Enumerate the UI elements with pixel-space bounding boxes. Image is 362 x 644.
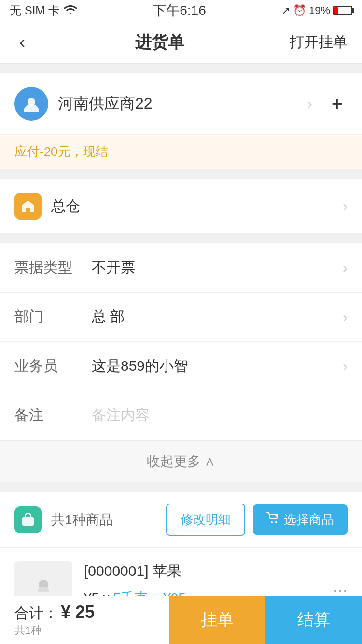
wifi-icon [64, 4, 77, 17]
status-time: 下午6:16 [153, 1, 206, 20]
invoice-type-value: 不开票 [82, 258, 343, 278]
department-label: 部门 [14, 307, 82, 327]
supplier-chevron-icon: › [307, 96, 312, 112]
footer-total-section: 合计： ¥ 25 共1种 [0, 596, 169, 644]
battery-percent: 19% [309, 4, 330, 17]
warehouse-chevron-icon: › [343, 198, 348, 214]
svg-rect-1 [26, 208, 30, 212]
supplier-right: › + [307, 93, 348, 115]
warehouse-row[interactable]: 总仓 › [0, 179, 362, 234]
nav-bar: ‹ 进货单 打开挂单 [0, 21, 362, 64]
page-title: 进货单 [135, 31, 184, 54]
product-title-text: 苹果 [153, 563, 181, 579]
product-name: [0000001] 苹果 [84, 561, 321, 581]
warehouse-section: 总仓 › [0, 179, 362, 234]
invoice-chevron-icon: › [343, 260, 348, 276]
select-product-button[interactable]: 选择商品 [253, 504, 348, 535]
select-product-label: 选择商品 [284, 511, 334, 528]
supplier-row[interactable]: 河南供应商22 › + [0, 73, 362, 135]
alarm-icon: ⏰ [293, 4, 306, 17]
total-sub: 共1种 [14, 623, 169, 638]
remark-label: 备注 [14, 406, 82, 425]
status-right: ↗ ⏰ 19% [281, 4, 352, 17]
total-amount: ¥ 25 [61, 602, 95, 622]
supplier-name: 河南供应商22 [58, 93, 307, 114]
invoice-type-label: 票据类型 [14, 258, 82, 278]
open-pending-button[interactable]: 打开挂单 [290, 32, 348, 52]
cart-icon [266, 512, 280, 527]
status-bar: 无 SIM 卡 下午6:16 ↗ ⏰ 19% [0, 0, 362, 21]
form-section: 票据类型 不开票 › 部门 总 部 › 业务员 这是859的小智 › 备注 备注… [0, 243, 362, 440]
supplier-section: 河南供应商22 › + 应付-20元，现结 [0, 73, 362, 169]
back-button[interactable]: ‹ [14, 28, 30, 57]
divider-2 [0, 169, 362, 179]
department-chevron-icon: › [343, 309, 348, 325]
carrier-text: 无 SIM 卡 [10, 3, 60, 18]
department-value: 总 部 [82, 307, 343, 327]
product-header: 共1种商品 修改明细 选择商品 [0, 492, 362, 548]
salesperson-label: 业务员 [14, 356, 82, 376]
location-icon: ↗ [281, 4, 290, 17]
svg-rect-2 [22, 517, 34, 526]
battery-icon [333, 6, 352, 15]
collapse-bar[interactable]: 收起更多 ∧ [0, 440, 362, 482]
product-count-label: 共1种商品 [51, 511, 166, 529]
divider-1 [0, 64, 362, 73]
hang-button[interactable]: 挂单 [169, 596, 265, 644]
product-section-icon [14, 506, 42, 533]
divider-3 [0, 234, 362, 243]
add-supplier-button[interactable]: + [327, 93, 348, 115]
remark-row[interactable]: 备注 备注内容 [0, 391, 362, 440]
remark-value[interactable]: 备注内容 [82, 406, 348, 425]
settle-button[interactable]: 结算 [265, 596, 362, 644]
product-code: [0000001] [84, 563, 148, 579]
supplier-avatar [14, 87, 48, 121]
svg-point-4 [275, 521, 277, 523]
invoice-type-row[interactable]: 票据类型 不开票 › [0, 243, 362, 293]
edit-detail-button[interactable]: 修改明细 [166, 504, 245, 536]
total-label: 合计： [14, 603, 58, 623]
warehouse-name: 总仓 [51, 196, 343, 216]
payable-notice: 应付-20元，现结 [0, 135, 362, 169]
salesperson-value: 这是859的小智 [82, 356, 343, 376]
department-row[interactable]: 部门 总 部 › [0, 293, 362, 342]
status-left: 无 SIM 卡 [10, 3, 77, 18]
divider-4 [0, 482, 362, 492]
svg-point-3 [271, 521, 273, 523]
salesperson-row[interactable]: 业务员 这是859的小智 › [0, 342, 362, 391]
footer: 合计： ¥ 25 共1种 挂单 结算 [0, 596, 362, 644]
warehouse-icon [14, 193, 42, 220]
salesperson-chevron-icon: › [343, 358, 348, 375]
